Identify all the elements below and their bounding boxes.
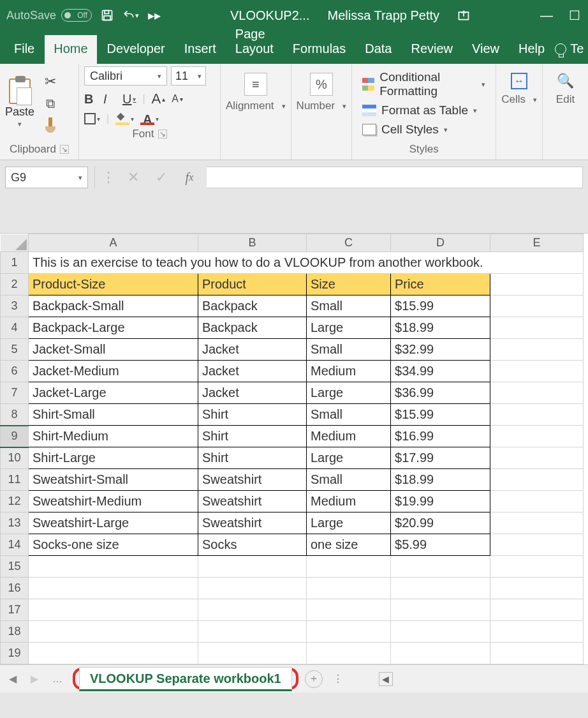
tab-developer[interactable]: Developer [98,35,174,64]
cell-D18[interactable] [391,621,490,643]
conditional-formatting-button[interactable]: Conditional Formatting▾ [362,70,485,98]
cell-B13[interactable]: Sweatshirt [198,512,307,534]
cell-A9[interactable]: Shirt-Medium [29,426,198,447]
row-header-15[interactable]: 15 [1,556,29,578]
row-header-7[interactable]: 7 [1,382,29,404]
font-color-button[interactable]: A▾ [140,112,159,125]
row-header-13[interactable]: 13 [1,512,29,534]
cell-A1[interactable]: This is an exercise to teach you how to … [29,252,584,274]
tab-page-layout[interactable]: Page Layout [226,20,283,64]
number-dropdown-icon[interactable]: ▾ [342,102,346,110]
cell-D7[interactable]: $36.99 [391,382,490,404]
cell-A6[interactable]: Jacket-Medium [29,361,198,382]
cell-A12[interactable]: Sweatshirt-Medium [29,491,198,512]
cell-B8[interactable]: Shirt [198,404,307,426]
cell-A16[interactable] [29,578,198,599]
cell-B19[interactable] [198,643,307,664]
ribbon-display-icon[interactable] [457,9,470,22]
cell-E12[interactable] [490,491,584,512]
cell-D11[interactable]: $18.99 [391,469,490,491]
cell-D2[interactable]: Price [391,274,490,295]
cell-D14[interactable]: $5.99 [391,534,490,556]
cell-C2[interactable]: Size [307,274,391,295]
tab-file[interactable]: File [5,35,43,64]
cell-C5[interactable]: Small [307,339,391,361]
cell-E16[interactable] [490,578,584,599]
increase-font-icon[interactable]: A▴ [152,91,166,107]
font-size-selector[interactable]: 11▾ [171,66,206,86]
cell-D16[interactable] [391,578,490,599]
cell-E7[interactable] [490,382,584,404]
cell-E10[interactable] [490,447,584,469]
cell-B3[interactable]: Backpack [198,295,307,317]
sheet-tab-active[interactable]: VLOOKUP Separate workbook1 [79,667,292,691]
decrease-font-icon[interactable]: A▾ [172,93,184,105]
cell-A18[interactable] [29,621,198,643]
row-header-14[interactable]: 14 [1,534,29,556]
cell-C11[interactable]: Small [307,469,391,491]
col-header-C[interactable]: C [307,234,391,252]
cell-A7[interactable]: Jacket-Large [29,382,198,404]
cell-B18[interactable] [198,621,307,643]
cell-B10[interactable]: Shirt [198,447,307,469]
cell-D10[interactable]: $17.99 [391,447,490,469]
cell-E17[interactable] [490,599,584,621]
cell-C12[interactable]: Medium [307,491,391,512]
col-header-A[interactable]: A [29,234,198,252]
autosave-toggle[interactable]: AutoSave Off [6,9,92,22]
cut-icon[interactable] [42,74,59,89]
row-header-5[interactable]: 5 [1,339,29,361]
borders-button[interactable]: ▾ [84,113,100,124]
formula-options-icon[interactable]: ⋮ [94,167,116,188]
scroll-left-icon[interactable]: ◀ [379,672,393,686]
cell-D8[interactable]: $15.99 [391,404,490,426]
bold-button[interactable]: B [84,92,97,107]
cells-dropdown-icon[interactable]: ▾ [533,96,537,104]
tab-review[interactable]: Review [402,35,462,64]
copy-icon[interactable] [42,96,59,111]
tab-insert[interactable]: Insert [175,35,225,64]
cell-B6[interactable]: Jacket [198,361,307,382]
cell-E14[interactable] [490,534,584,556]
cell-D9[interactable]: $16.99 [391,426,490,447]
name-box[interactable]: G9▾ [5,167,88,188]
col-header-B[interactable]: B [198,234,307,252]
sheet-nav-next-icon[interactable]: ▶ [27,670,42,687]
italic-button[interactable]: I [103,92,116,107]
cell-B4[interactable]: Backpack [198,317,307,339]
underline-button[interactable]: U▾ [122,92,136,107]
cell-E11[interactable] [490,469,584,491]
cell-A5[interactable]: Jacket-Small [29,339,198,361]
cell-E5[interactable] [490,339,584,361]
paste-button[interactable]: Paste ▾ [5,79,34,128]
cell-C9[interactable]: Medium [307,426,391,447]
maximize-button[interactable]: ☐ [568,8,582,23]
cell-C17[interactable] [307,599,391,621]
cell-C19[interactable] [307,643,391,664]
cell-D3[interactable]: $15.99 [391,295,490,317]
cell-A4[interactable]: Backpack-Large [29,317,198,339]
tab-view[interactable]: View [463,35,508,64]
sheet-stats-icon[interactable]: ⋮ [329,670,347,687]
cell-A13[interactable]: Sweatshirt-Large [29,512,198,534]
tab-home[interactable]: Home [45,35,96,64]
row-header-10[interactable]: 10 [1,447,29,469]
row-header-2[interactable]: 2 [1,274,29,295]
cell-C14[interactable]: one size [307,534,391,556]
font-name-selector[interactable]: Calibri▾ [84,66,167,86]
row-header-18[interactable]: 18 [1,621,29,643]
cell-A8[interactable]: Shirt-Small [29,404,198,426]
row-header-1[interactable]: 1 [1,252,29,274]
clipboard-dialog-launcher[interactable]: ↘ [60,145,69,154]
find-select-icon[interactable]: 🔍 [557,73,574,89]
cell-D15[interactable] [391,556,490,578]
cell-C3[interactable]: Small [307,295,391,317]
format-as-table-button[interactable]: Format as Table▾ [362,103,485,117]
cell-D19[interactable] [391,643,490,664]
alignment-icon[interactable]: ≡ [244,73,267,96]
cell-D17[interactable] [391,599,490,621]
cell-B17[interactable] [198,599,307,621]
undo-icon[interactable]: ▾ [122,9,139,22]
cell-C10[interactable]: Large [307,447,391,469]
cell-A2[interactable]: Product-Size [29,274,198,295]
